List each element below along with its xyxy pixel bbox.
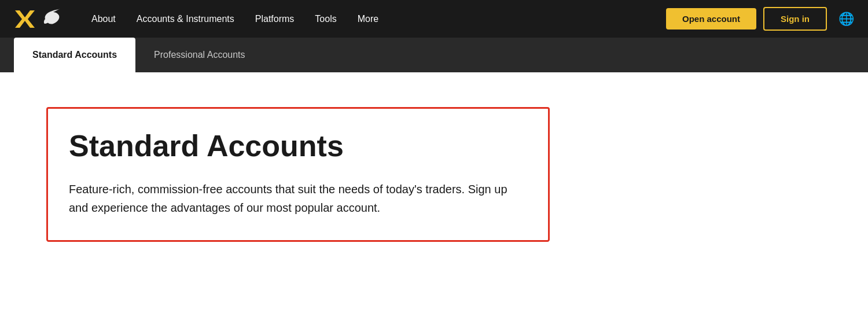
tab-professional-accounts[interactable]: Professional Accounts (135, 38, 263, 72)
nav-link-accounts-instruments[interactable]: Accounts & Instruments (126, 0, 245, 38)
tabs-bar: Standard Accounts Professional Accounts (0, 38, 868, 72)
nav-link-more[interactable]: More (347, 0, 389, 38)
logo-group[interactable] (14, 8, 62, 31)
navbar-right: Open account Sign in 🌐 (666, 7, 854, 31)
globe-icon[interactable]: 🌐 (838, 12, 854, 27)
nav-link-platforms[interactable]: Platforms (245, 0, 305, 38)
sign-in-button[interactable]: Sign in (763, 7, 827, 31)
main-content: Standard Accounts Feature-rich, commissi… (0, 72, 868, 313)
navbar-left: About Accounts & Instruments Platforms T… (14, 0, 389, 38)
nav-link-about[interactable]: About (81, 0, 126, 38)
open-account-button[interactable]: Open account (666, 8, 756, 30)
svg-marker-0 (15, 10, 35, 28)
nav-links: About Accounts & Instruments Platforms T… (81, 0, 389, 38)
nav-link-tools[interactable]: Tools (304, 0, 347, 38)
navbar: About Accounts & Instruments Platforms T… (0, 0, 868, 38)
tab-standard-accounts[interactable]: Standard Accounts (14, 38, 135, 72)
xk-logo-icon (14, 8, 36, 30)
tab-professional-accounts-label: Professional Accounts (154, 50, 245, 60)
tab-standard-accounts-label: Standard Accounts (32, 50, 117, 60)
section-title: Standard Accounts (69, 130, 527, 163)
section-description: Feature-rich, commission-free accounts t… (69, 180, 527, 217)
highlight-box: Standard Accounts Feature-rich, commissi… (46, 107, 550, 242)
bird-logo-icon (42, 8, 62, 31)
